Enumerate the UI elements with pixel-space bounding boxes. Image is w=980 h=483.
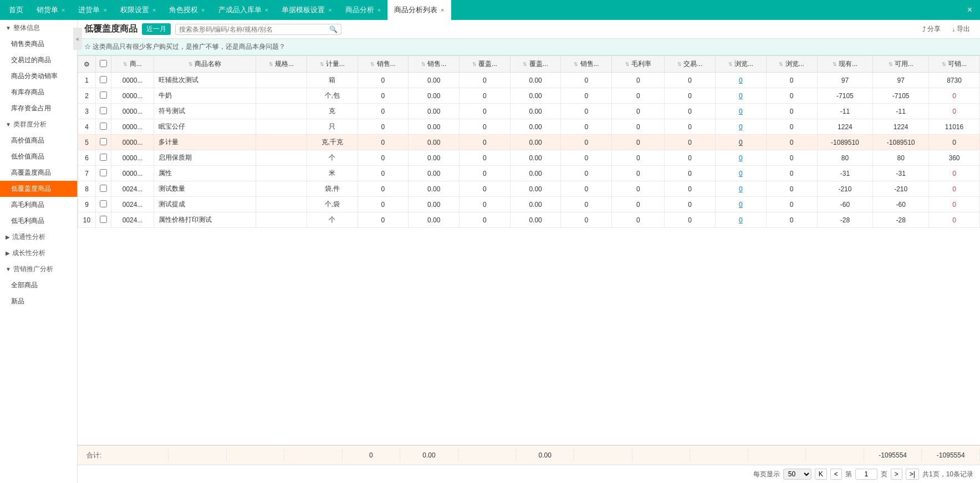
nav-close-icon[interactable]: ×: [328, 7, 331, 13]
select-all-checkbox[interactable]: [100, 60, 107, 67]
spec-column-header[interactable]: ⇅ 规格...: [256, 56, 307, 73]
nav-close-icon[interactable]: ×: [441, 7, 444, 13]
row-browse1[interactable]: 0: [716, 212, 767, 228]
transaction-column-header[interactable]: ⇅ 交易...: [665, 56, 716, 73]
unit-column-header[interactable]: ⇅ 计量...: [307, 56, 358, 73]
row-available-stock: -28: [873, 212, 929, 228]
settings-column-header[interactable]: ⚙: [78, 56, 96, 73]
row-checkbox[interactable]: [96, 197, 111, 212]
coverage2-column-header[interactable]: ⇅ 覆盖...: [510, 56, 561, 73]
sidebar-item-high-coverage[interactable]: 高覆盖度商品: [0, 165, 77, 181]
sidebar-item-low-value[interactable]: 低价值商品: [0, 149, 77, 165]
saleable-column-header[interactable]: ⇅ 可销...: [929, 56, 980, 73]
row-checkbox[interactable]: [96, 104, 111, 119]
gear-icon[interactable]: ⚙: [84, 60, 90, 68]
row-browse1[interactable]: 0: [716, 88, 767, 104]
row-browse2: 0: [766, 197, 817, 212]
row-checkbox[interactable]: [96, 88, 111, 104]
sidebar-item-low-margin[interactable]: 低毛利商品: [0, 213, 77, 229]
last-page-button[interactable]: >|: [906, 469, 919, 480]
row-checkbox[interactable]: [96, 150, 111, 166]
sidebar-item-category-rate[interactable]: 商品分类动销率: [0, 68, 77, 84]
sidebar-collapse-button[interactable]: «: [73, 28, 82, 50]
sales-price-column-header[interactable]: ⇅ 销售...: [561, 56, 612, 73]
row-browse1[interactable]: 0: [716, 73, 767, 88]
page-number-input[interactable]: [855, 469, 877, 480]
row-browse1[interactable]: 0: [716, 166, 767, 181]
export-button[interactable]: ↓ 导出: [948, 23, 973, 35]
row-checkbox[interactable]: [96, 135, 111, 150]
sales-amt-column-header[interactable]: ⇅ 销售...: [409, 56, 460, 73]
row-browse1[interactable]: 0: [716, 104, 767, 119]
next-page-button[interactable]: >: [891, 469, 902, 480]
nav-home[interactable]: 首页: [2, 0, 30, 20]
row-transaction: 0: [665, 135, 716, 150]
row-checkbox[interactable]: [96, 166, 111, 181]
sidebar-item-stock-capital[interactable]: 库存资金占用: [0, 100, 77, 116]
nav-goods-analysis[interactable]: 商品分析 ×: [339, 0, 387, 20]
nav-close-icon[interactable]: ×: [103, 7, 106, 13]
row-spec: [256, 88, 307, 104]
period-button[interactable]: 近一月: [142, 23, 171, 35]
sidebar-item-high-value[interactable]: 高价值商品: [0, 133, 77, 149]
sidebar-item-stocked-goods[interactable]: 有库存商品: [0, 84, 77, 100]
row-checkbox[interactable]: [96, 212, 111, 228]
row-index: 6: [78, 150, 96, 166]
row-checkbox[interactable]: [96, 181, 111, 197]
sidebar-section-circulation[interactable]: ▶ 流通性分析: [0, 229, 77, 245]
sidebar-section-cluster[interactable]: ▼ 类群度分析: [0, 116, 77, 133]
nav-sales-order[interactable]: 销货单 ×: [30, 0, 72, 20]
nav-role-auth[interactable]: 角色授权 ×: [162, 0, 211, 20]
row-coverage2: 0.00: [510, 73, 561, 88]
sidebar-section-overall[interactable]: ▼ 整体信息: [0, 20, 77, 36]
nav-close-icon[interactable]: ×: [265, 7, 268, 13]
coverage1-column-header[interactable]: ⇅ 覆盖...: [460, 56, 511, 73]
nav-doc-template[interactable]: 单据模板设置 ×: [275, 0, 338, 20]
sidebar-item-low-coverage[interactable]: 低覆盖度商品: [0, 181, 77, 197]
row-name: 测试提成: [154, 197, 256, 212]
name-column-header[interactable]: ⇅ 商品名称: [154, 56, 256, 73]
sidebar-section-growth[interactable]: ▶ 成长性分析: [0, 245, 77, 261]
sidebar-section-marketing[interactable]: ▼ 营销推广分析: [0, 261, 77, 277]
sidebar-item-new-goods[interactable]: 新品: [0, 293, 77, 309]
row-browse1[interactable]: 0: [716, 150, 767, 166]
nav-close-icon[interactable]: ×: [201, 7, 205, 13]
code-column-header[interactable]: ⇅ 商...: [111, 56, 154, 73]
nav-permission-settings[interactable]: 权限设置 ×: [114, 0, 162, 20]
row-sales-qty: 0: [358, 197, 409, 212]
nav-close-icon[interactable]: ×: [152, 7, 156, 13]
browse2-column-header[interactable]: ⇅ 浏览...: [766, 56, 817, 73]
gross-margin-column-header[interactable]: ⇅ 毛利率: [612, 56, 665, 73]
prev-page-button[interactable]: <: [830, 469, 842, 480]
sidebar-item-high-margin[interactable]: 高毛利商品: [0, 197, 77, 213]
nav-close-icon[interactable]: ×: [62, 7, 65, 13]
row-checkbox[interactable]: [96, 73, 111, 88]
current-stock-column-header[interactable]: ⇅ 现有...: [817, 56, 873, 73]
table-row: 10 0024... 属性价格打印测试 个 0 0.00 0 0.00 0 0 …: [78, 212, 980, 228]
nav-close-icon[interactable]: ×: [377, 7, 381, 13]
row-checkbox[interactable]: [96, 119, 111, 135]
row-index: 8: [78, 181, 96, 197]
nav-product-stock[interactable]: 产成品入库单 ×: [212, 0, 275, 20]
total-placeholder-8: [748, 449, 807, 461]
sidebar-item-sales-goods[interactable]: 销售类商品: [0, 36, 77, 52]
sidebar-item-all-goods[interactable]: 全部商品: [0, 277, 77, 293]
row-browse1[interactable]: 0: [716, 181, 767, 197]
nav-close-all[interactable]: ×: [962, 5, 978, 15]
available-stock-column-header[interactable]: ⇅ 可用...: [873, 56, 929, 73]
row-unit: 个: [307, 212, 358, 228]
nav-purchase-order[interactable]: 进货单 ×: [72, 0, 113, 20]
row-browse1[interactable]: 0: [716, 197, 767, 212]
first-page-button[interactable]: K: [815, 469, 827, 480]
total-coverage2: 0.00: [516, 449, 574, 461]
sales-qty-column-header[interactable]: ⇅ 销售...: [358, 56, 409, 73]
row-browse1[interactable]: 0: [716, 119, 767, 135]
search-icon[interactable]: 🔍: [329, 26, 338, 33]
nav-goods-analysis-list[interactable]: 商品分析列表 ×: [387, 0, 451, 20]
row-browse1[interactable]: 0: [716, 135, 767, 150]
sidebar-item-traded-goods[interactable]: 交易过的商品: [0, 52, 77, 68]
per-page-select[interactable]: 50 100 200: [783, 469, 811, 480]
share-button[interactable]: ⤴ 分享: [919, 23, 944, 35]
search-input[interactable]: [179, 26, 329, 33]
browse1-column-header[interactable]: ⇅ 浏览...: [716, 56, 767, 73]
